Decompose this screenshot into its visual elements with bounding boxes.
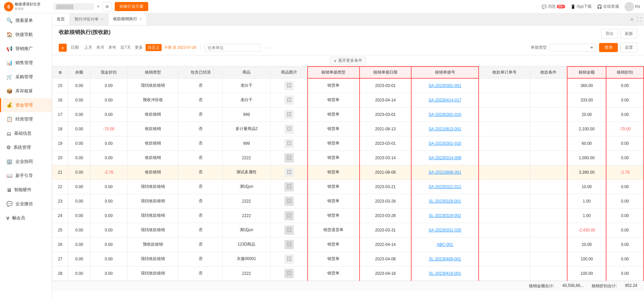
cell-cancel-amt: 1.00 <box>567 208 606 223</box>
cell-bill-no[interactable]: SL-20230328-002 <box>411 208 478 223</box>
cell-cancel-type: 预收款核销 <box>127 237 178 252</box>
basic-info-icon: 🗂 <box>6 131 11 136</box>
tab-cancel[interactable]: 收款核销执行 × <box>108 13 147 25</box>
bill-type-select[interactable]: 销货单 销货退货单 <box>549 44 596 52</box>
bill-no-link[interactable]: SA-20230301-010 <box>429 112 461 117</box>
sidebar-item-wechat[interactable]: 💬 企业微信 <box>0 197 52 211</box>
cell-bill-no[interactable]: SA-20230301-010 <box>411 107 478 122</box>
sidebar-label-beginner: 新手引导 <box>15 173 33 179</box>
inventory-icon: 📦 <box>6 88 13 94</box>
cell-bill-no[interactable]: SA-20210808-001 <box>411 165 478 179</box>
online-service-button[interactable]: 🎧 在线客服 <box>597 4 619 9</box>
cell-balance: 0.00 <box>68 78 91 93</box>
cell-bill-no[interactable]: SA-20210813-001 <box>411 122 478 136</box>
sidebar-item-quick-nav[interactable]: 🏠 快捷导航 <box>0 28 52 42</box>
counterpart-input[interactable] <box>205 44 261 52</box>
sidebar-item-marketing[interactable]: 📢 营销推广 <box>0 42 52 56</box>
bill-no-link[interactable]: SA-20230414-017 <box>429 98 461 102</box>
refresh-button[interactable]: 刷新 <box>621 29 637 39</box>
date-option-last-month[interactable]: 上月 <box>83 44 94 51</box>
bill-no-link[interactable]: SA-20210808-001 <box>429 170 461 175</box>
query-button[interactable]: 查询 <box>599 43 618 52</box>
sidebar-item-system[interactable]: ⚙ 系统管理 <box>0 140 52 155</box>
sidebar-item-operations[interactable]: 📋 经营管理 <box>0 112 52 126</box>
sidebar-item-beginner[interactable]: 📖 新手引导 <box>0 169 52 183</box>
cell-cancel-discount: 0.00 <box>606 223 644 237</box>
cell-bill-no[interactable]: SA-20230331-026 <box>411 223 478 237</box>
sidebar-item-finance[interactable]: 💰 资金管理 <box>0 98 52 112</box>
tab-home[interactable]: 首页 <box>52 13 70 25</box>
user-avatar-area[interactable]: Rit <box>625 2 640 11</box>
app-download-button[interactable]: 📱 App下载 <box>571 4 592 9</box>
cell-bill-no[interactable]: SL-20230418-001 <box>411 266 478 281</box>
sidebar-item-search[interactable]: 🔍 搜索菜单 <box>0 13 52 28</box>
cell-cancel-discount: 0.00 <box>606 237 644 252</box>
product-image: 🖼 <box>284 240 294 249</box>
bill-no-link[interactable]: SA-20230301-001 <box>429 83 461 88</box>
settings-icon[interactable]: ⚙ <box>103 2 112 11</box>
cell-product-img: 🖼 <box>271 266 308 281</box>
bill-no-link[interactable]: ABC-001 <box>437 242 453 247</box>
col-cancel-amt: 核销金额 <box>567 67 606 78</box>
company-selector[interactable]: ██████ <box>54 3 94 10</box>
date-option-7-days[interactable]: 近7天 <box>119 44 132 51</box>
cell-bill-no[interactable]: SA-20230301-001 <box>411 78 478 93</box>
expand-more-label: 展开更多条件 <box>338 58 362 63</box>
sidebar-item-enterprise[interactable]: 🏢 企业协同 <box>0 155 52 169</box>
expand-more-button[interactable]: ∨ 展开更多条件 <box>330 57 366 65</box>
cell-balance: 0.00 <box>68 208 91 223</box>
cell-bill-type: 销货单 <box>308 252 360 266</box>
date-option-more[interactable]: 更多 <box>133 44 144 51</box>
cell-id: 26 <box>52 237 68 252</box>
cell-conditions <box>530 151 567 165</box>
cell-bill-no[interactable]: ABC-001 <box>411 237 478 252</box>
bill-no-link[interactable]: SL-20230328-002 <box>429 213 461 218</box>
date-option-this-month[interactable]: 本月 <box>95 44 106 51</box>
bill-no-link[interactable]: SA-20230314-008 <box>429 156 461 160</box>
export-button[interactable]: 导出 <box>601 29 618 39</box>
cell-bill-no[interactable]: SL-20230408-001 <box>411 252 478 266</box>
date-option-this-year[interactable]: 本年 <box>107 44 118 51</box>
cell-bill-no[interactable]: SA-20230314-008 <box>411 151 478 165</box>
date-option-custom[interactable]: 自定义 <box>146 44 162 51</box>
bill-no-link[interactable]: SA-20230301-010 <box>429 141 461 146</box>
cell-id: 23 <box>52 194 68 208</box>
cell-bill-date: 2023-03-14 <box>360 151 412 165</box>
sidebar-item-member[interactable]: V 畅会员 <box>0 211 52 225</box>
filter-expand-button[interactable]: » <box>59 44 67 52</box>
bill-no-link[interactable]: SL-20230408-001 <box>429 257 461 261</box>
sidebar-label-purchase: 采购管理 <box>15 74 33 80</box>
bill-no-link[interactable]: SL-20230328-001 <box>429 199 461 204</box>
messages-button[interactable]: 💬 消息 99+ <box>542 4 565 9</box>
cell-bill-no[interactable]: SA-20230414-017 <box>411 93 478 107</box>
logo-area: 6 畅捷通谱好生意 标准版 <box>4 2 51 11</box>
cell-included: 否 <box>178 237 222 252</box>
filter-settings-button[interactable]: 设置 <box>621 43 637 52</box>
sidebar-label-system: 系统管理 <box>13 144 31 151</box>
sidebar-item-basic-info[interactable]: 🗂 基础信息 <box>0 126 52 140</box>
cell-product-img: 🖼 <box>271 151 308 165</box>
maximize-icon[interactable]: ⛶ <box>637 17 641 22</box>
industry-solution-button[interactable]: 休验行业方案 <box>115 2 148 11</box>
col-settings[interactable]: ⚙ <box>52 67 68 78</box>
bill-no-link[interactable]: SA-20230331-026 <box>429 228 461 232</box>
sidebar-item-sales[interactable]: 📊 销售管理 <box>0 56 52 70</box>
cell-bill-type: 销货单 <box>308 194 360 208</box>
tab-prepay-close[interactable]: × <box>101 17 103 21</box>
sidebar-item-purchase[interactable]: 🛒 采购管理 <box>0 70 52 84</box>
cell-bill-date: 2021-08-08 <box>360 165 412 179</box>
sidebar-item-inventory[interactable]: 📦 库存核算 <box>0 84 52 98</box>
cell-included: 否 <box>178 194 222 208</box>
cell-bill-no[interactable]: SA-20230321-012 <box>411 179 478 194</box>
bill-no-link[interactable]: SA-20230321-012 <box>429 184 461 189</box>
sidebar-item-smart-hardware[interactable]: 🖥 智能硬件 <box>0 183 52 197</box>
cell-bill-no[interactable]: SL-20230328-001 <box>411 194 478 208</box>
tab-prepay[interactable]: 预付冲应付单 × <box>70 13 108 25</box>
bill-no-link[interactable]: SA-20210813-001 <box>429 127 461 131</box>
tab-cancel-close[interactable]: × <box>140 17 142 21</box>
bill-no-link[interactable]: SL-20230418-001 <box>429 271 461 276</box>
company-dropdown-arrow[interactable]: ▼ <box>97 5 100 8</box>
cell-cash-discount: 0.00 <box>90 136 127 151</box>
close-all-icon[interactable]: ✕ <box>630 17 634 22</box>
cell-bill-no[interactable]: SA-20230301-010 <box>411 136 478 151</box>
